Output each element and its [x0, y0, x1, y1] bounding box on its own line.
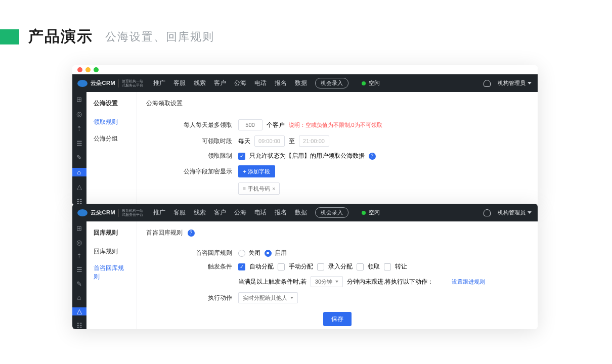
icon-rail: ⊞ ◎ ⇡ ☰ ✎ ⌂ △ ☷ [72, 221, 86, 329]
nav-item[interactable]: 客服 [173, 208, 186, 217]
rail-icon[interactable]: ☰ [72, 139, 86, 148]
topnav: 推广 客服 线索 客户 公海 电话 报名 数据 机会录入 [153, 207, 348, 218]
field-label: 首咨回库规则 [137, 249, 238, 257]
field-note: 说明：空或负值为不限制,0为不可领取 [289, 121, 382, 129]
checkbox-transfer[interactable] [384, 263, 391, 270]
save-button[interactable]: 保存 [323, 312, 352, 326]
chevron-down-icon [528, 211, 532, 214]
nav-item[interactable]: 数据 [295, 208, 307, 217]
rail-icon[interactable]: ◎ [72, 238, 86, 246]
bell-icon[interactable] [484, 209, 491, 216]
checkbox-record-assign[interactable] [317, 263, 324, 270]
minutes-select[interactable]: 30分钟 [311, 276, 343, 287]
window-public-sea-settings: 云朵CRM 教育机构一站 式服务云平台 推广 客服 线索 客户 公海 电话 报名… [72, 65, 538, 206]
help-icon[interactable]: ? [369, 153, 376, 160]
field-label: 可领取时段 [137, 137, 238, 146]
admin-menu[interactable]: 机构管理员 [498, 209, 532, 216]
topnav: 推广 客服 线索 客户 公海 电话 报名 数据 机会录入 [153, 78, 348, 88]
encrypted-field-chip[interactable]: ≡ 手机号码 × [238, 183, 280, 195]
nav-pill[interactable]: 机会录入 [315, 78, 348, 88]
field-label: 触发条件 [137, 262, 238, 271]
rail-icon-active[interactable]: △ [72, 307, 86, 315]
content-title: 公海领取设置 [137, 92, 538, 115]
nav-item[interactable]: 线索 [194, 208, 206, 217]
brand-tagline: 教育机构一站 式服务云平台 [118, 209, 143, 217]
add-field-button[interactable]: + 添加字段 [238, 165, 275, 177]
rail-icon[interactable]: ◎ [72, 110, 86, 118]
nav-item[interactable]: 公海 [234, 208, 246, 217]
chevron-down-icon [335, 281, 338, 283]
rail-icon[interactable]: ✎ [72, 280, 86, 288]
brand-logo[interactable]: 云朵CRM 教育机构一站 式服务云平台 [72, 79, 149, 87]
nav-item[interactable]: 线索 [194, 79, 206, 87]
time-to-input[interactable] [299, 135, 329, 147]
set-follow-rule-link[interactable]: 设置跟进规则 [452, 278, 485, 286]
rail-icon[interactable]: ⊞ [72, 95, 86, 104]
field-label: 执行动作 [137, 294, 238, 302]
admin-menu[interactable]: 机构管理员 [498, 79, 532, 87]
nav-item[interactable]: 客服 [173, 79, 186, 87]
rail-icon[interactable]: ✎ [72, 154, 86, 162]
brand-tagline: 教育机构一站 式服务云平台 [118, 79, 143, 87]
window-chrome [72, 65, 538, 74]
sidebar: 回库规则 回库规则 首咨回库规则 [86, 221, 137, 329]
max-claim-input[interactable] [238, 119, 263, 130]
cloud-icon [77, 80, 88, 87]
field-label: 公海字段加密显示 [137, 167, 238, 176]
nav-item[interactable]: 推广 [153, 79, 165, 87]
nav-item[interactable]: 报名 [275, 79, 287, 87]
rail-icon[interactable]: △ [72, 183, 86, 191]
field-label: 领取限制 [137, 152, 238, 160]
sidebar-item-first-consult[interactable]: 首咨回库规则 [86, 260, 137, 285]
page-title-main: 产品演示 [28, 26, 93, 47]
sidebar-item-group[interactable]: 公海分组 [86, 130, 137, 147]
cloud-icon [77, 209, 88, 216]
sidebar-item-return-rule[interactable]: 回库规则 [86, 243, 137, 260]
radio-off[interactable]: 关闭 [238, 249, 260, 257]
rail-icon[interactable]: ⊞ [72, 224, 86, 232]
list-icon: ≡ [243, 186, 246, 192]
content-panel: 公海领取设置 每人每天最多领取 个客户 说明：空或负值为不限制,0为不可领取 可… [137, 92, 538, 206]
nav-item[interactable]: 客户 [214, 208, 226, 217]
rail-icon[interactable]: ⇡ [72, 252, 86, 260]
checkbox-claim[interactable] [357, 263, 364, 270]
nav-item[interactable]: 数据 [295, 79, 307, 87]
radio-on[interactable]: 启用 [265, 249, 287, 257]
minimize-icon[interactable] [85, 67, 91, 72]
checkbox-enabled-only[interactable]: ✓ [238, 153, 245, 160]
remove-chip-icon[interactable]: × [272, 186, 275, 192]
checkbox-auto-assign[interactable]: ✓ [238, 263, 245, 270]
accent-bar [0, 29, 19, 44]
window-return-rules: 云朵CRM 教育机构一站 式服务云平台 推广 客服 线索 客户 公海 电话 报名… [72, 204, 538, 329]
brand-logo[interactable]: 云朵CRM 教育机构一站 式服务云平台 [72, 209, 149, 217]
checkbox-manual-assign[interactable] [278, 263, 285, 270]
chevron-down-icon [290, 297, 293, 299]
chevron-down-icon [528, 82, 532, 84]
status-dot-icon [362, 81, 366, 85]
nav-item[interactable]: 公海 [234, 79, 246, 87]
rail-icon[interactable]: ⇡ [72, 124, 86, 133]
rail-icon[interactable]: ☷ [72, 322, 86, 329]
nav-item[interactable]: 推广 [153, 208, 165, 217]
rail-icon[interactable]: ☰ [72, 266, 86, 274]
close-icon[interactable] [77, 67, 82, 72]
help-icon[interactable]: ? [188, 230, 195, 237]
nav-pill[interactable]: 机会录入 [315, 207, 348, 218]
rail-icon-active[interactable]: ⌂ [72, 168, 86, 176]
status-dot-icon [362, 211, 366, 215]
nav-item[interactable]: 客户 [214, 79, 226, 87]
brand-name: 云朵CRM [91, 209, 116, 216]
field-label: 每人每天最多领取 [137, 121, 238, 129]
maximize-icon[interactable] [94, 67, 99, 72]
rail-icon[interactable]: ⌂ [72, 294, 86, 301]
sidebar-item-claim-rule[interactable]: 领取规则 [86, 114, 137, 130]
action-select[interactable]: 实时分配给其他人 [238, 292, 298, 303]
time-from-input[interactable] [254, 135, 285, 147]
nav-item[interactable]: 电话 [254, 79, 267, 87]
nav-item[interactable]: 报名 [275, 208, 287, 217]
status-text: 空闲 [369, 209, 380, 216]
topbar: 云朵CRM 教育机构一站 式服务云平台 推广 客服 线索 客户 公海 电话 报名… [72, 74, 538, 92]
status-text: 空闲 [369, 79, 380, 87]
bell-icon[interactable] [484, 80, 491, 87]
nav-item[interactable]: 电话 [254, 208, 267, 217]
